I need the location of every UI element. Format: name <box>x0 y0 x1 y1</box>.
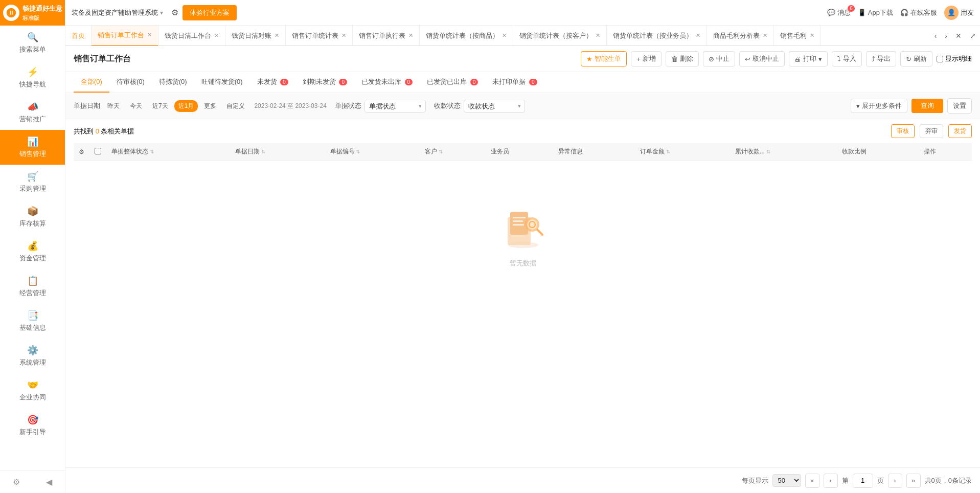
tab-close-icon[interactable]: ✕ <box>810 32 814 39</box>
gear-icon[interactable]: ⚙ <box>171 8 178 17</box>
show-detail-checkbox[interactable] <box>937 56 943 62</box>
sidebar-item-finance[interactable]: 💰 资金管理 <box>0 234 65 269</box>
sidebar-item-purchase[interactable]: 🛒 采购管理 <box>0 165 65 199</box>
add-button[interactable]: + 新增 <box>631 51 662 66</box>
sidebar-item-inventory[interactable]: 📦 库存核算 <box>0 199 65 234</box>
tab-gross-margin[interactable]: 商品毛利分析表 ✕ <box>707 26 774 46</box>
message-item[interactable]: 💬 消息 6 <box>827 8 851 17</box>
tab-cash-daily[interactable]: 钱货日清工作台 ✕ <box>158 26 225 46</box>
app-download-item[interactable]: 📱 App下载 <box>858 8 893 17</box>
industry-solution-button[interactable]: 体验行业方案 <box>183 5 237 20</box>
tab-expand-button[interactable]: ⤢ <box>966 26 980 46</box>
page-end-label: 页 <box>877 476 884 485</box>
last-page-button[interactable]: » <box>906 474 921 488</box>
tab-close-icon[interactable]: ✕ <box>763 32 767 39</box>
tab-close-icon[interactable]: ✕ <box>596 32 600 39</box>
date-option-yesterday[interactable]: 昨天 <box>103 100 124 112</box>
tab-prev-button[interactable]: ‹ <box>930 26 941 46</box>
filter-tab-shipped-not-out[interactable]: 已发货未出库 0 <box>354 72 420 93</box>
filter-tab-all[interactable]: 全部(0) <box>74 72 109 93</box>
tab-sales-by-product[interactable]: 销货单统计表（按商品） ✕ <box>420 26 513 46</box>
select-all-checkbox[interactable] <box>95 148 101 154</box>
expand-conditions-button[interactable]: ▾ 展开更多条件 <box>851 99 907 113</box>
sidebar-item-system[interactable]: ⚙️ 系统管理 <box>0 339 65 373</box>
cancel-stop-button[interactable]: ↩ 取消中止 <box>739 51 785 66</box>
query-button[interactable]: 查询 <box>911 99 943 113</box>
tab-sales-rev[interactable]: 销售毛利 ✕ <box>774 26 821 46</box>
date-option-7days[interactable]: 近7天 <box>148 100 172 112</box>
th-collected[interactable]: 累计收款... <box>730 143 837 161</box>
show-detail-label[interactable]: 显示明细 <box>937 54 972 63</box>
tab-next-button[interactable]: › <box>941 26 951 46</box>
date-option-custom[interactable]: 自定义 <box>222 100 249 112</box>
table-count-text: 共找到 0 条相关单据 <box>74 127 134 136</box>
first-page-button[interactable]: « <box>805 474 819 488</box>
th-customer[interactable]: 客户 <box>420 143 486 161</box>
tab-close-icon[interactable]: ✕ <box>408 32 413 39</box>
import-button[interactable]: ⤵ 导入 <box>832 51 862 66</box>
per-page-select[interactable]: 50 10 20 100 <box>772 474 801 487</box>
tab-sales-workbench[interactable]: 销售订单工作台 ✕ <box>92 26 158 46</box>
print-button[interactable]: 🖨 打印 ▾ <box>789 51 828 66</box>
tab-close-icon[interactable]: ✕ <box>214 32 219 39</box>
tab-sales-exec[interactable]: 销售订单执行表 ✕ <box>353 26 420 46</box>
sidebar-item-search[interactable]: 🔍 搜索菜单 <box>0 26 65 60</box>
th-amount[interactable]: 订单金额 <box>635 143 730 161</box>
refresh-button[interactable]: ↻ 刷新 <box>900 51 932 66</box>
online-service-item[interactable]: 🎧 在线客服 <box>900 8 937 17</box>
tab-close-all-button[interactable]: ✕ <box>951 26 966 46</box>
set-button[interactable]: 设置 <box>947 98 972 114</box>
tab-close-icon[interactable]: ✕ <box>147 32 152 38</box>
filter-tab-not-shipped[interactable]: 未发货 0 <box>250 72 295 93</box>
filter-tab-overdue-not-shipped[interactable]: 到期未发货 0 <box>295 72 354 93</box>
sidebar-item-newbie[interactable]: 🎯 新手引导 <box>0 408 65 443</box>
tab-cash-reconcile[interactable]: 钱货日清对账 ✕ <box>225 26 286 46</box>
sidebar-item-operation[interactable]: 📋 经营管理 <box>0 269 65 304</box>
tab-close-icon[interactable]: ✕ <box>502 32 507 39</box>
filter-tab-not-printed[interactable]: 未打印单据 0 <box>485 72 544 93</box>
tab-sales-stats[interactable]: 销售订单统计表 ✕ <box>286 26 353 46</box>
tab-close-icon[interactable]: ✕ <box>275 32 279 39</box>
avatar: 👤 <box>944 6 959 20</box>
smart-create-button[interactable]: ★ 智能生单 <box>581 51 627 66</box>
table-info-bar: 共找到 0 条相关单据 审核 弃审 发货 <box>74 119 972 143</box>
date-option-today[interactable]: 今天 <box>126 100 146 112</box>
tab-home[interactable]: 首页 <box>65 26 92 46</box>
empty-text: 暂无数据 <box>510 259 536 268</box>
status-select[interactable]: 单据状态 <box>364 100 426 113</box>
review-button[interactable]: 审核 <box>891 124 915 138</box>
sidebar-item-basic-info[interactable]: 📑 基础信息 <box>0 304 65 339</box>
th-settings[interactable]: ⚙ <box>74 143 89 161</box>
tab-close-icon[interactable]: ✕ <box>696 32 700 39</box>
tab-close-icon[interactable]: ✕ <box>341 32 346 39</box>
export-button[interactable]: ⤴ 导出 <box>866 51 896 66</box>
stop-button[interactable]: ⊘ 中止 <box>703 51 735 66</box>
filter-tab-wangpu-pending[interactable]: 旺铺待发货(0) <box>194 72 250 93</box>
delete-button[interactable]: 🗑 删除 <box>666 51 699 66</box>
date-option-more[interactable]: 更多 <box>200 100 220 112</box>
ship-button[interactable]: 发货 <box>948 124 972 138</box>
sidebar-item-quick-nav[interactable]: ⚡ 快捷导航 <box>0 60 65 95</box>
prev-page-button[interactable]: ‹ <box>824 474 838 488</box>
next-page-button[interactable]: › <box>888 474 902 488</box>
filter-tab-not-shipped-label: 未发货 <box>257 78 277 85</box>
tab-sales-by-staff[interactable]: 销货单统计表（按业务员） ✕ <box>607 26 707 46</box>
th-checkbox[interactable] <box>89 143 106 161</box>
sidebar-item-sales[interactable]: 📊 销售管理 <box>0 130 65 165</box>
th-date[interactable]: 单据日期 <box>230 143 325 161</box>
payment-select[interactable]: 收款状态 <box>464 100 525 113</box>
sidebar-item-marketing[interactable]: 📣 营销推广 <box>0 95 65 130</box>
th-status[interactable]: 单据整体状态 <box>106 143 230 161</box>
page-number-input[interactable] <box>853 474 873 488</box>
settings-bottom-icon[interactable]: ⚙ <box>13 477 20 487</box>
date-option-1month[interactable]: 近1月 <box>174 100 198 112</box>
filter-tab-shipped-out[interactable]: 已发货已出库 0 <box>420 72 485 93</box>
cancel-review-button[interactable]: 弃审 <box>920 124 943 138</box>
tab-sales-by-customer[interactable]: 销货单统计表（按客户） ✕ <box>513 26 607 46</box>
filter-tab-pending-pick[interactable]: 待拣货(0) <box>152 72 194 93</box>
collapse-icon[interactable]: ◀ <box>46 477 52 487</box>
th-number[interactable]: 单据编号 <box>325 143 420 161</box>
filter-tab-pending-review[interactable]: 待审核(0) <box>109 72 152 93</box>
user-item[interactable]: 👤 用友 <box>944 6 974 20</box>
sidebar-item-enterprise[interactable]: 🤝 企业协同 <box>0 373 65 408</box>
